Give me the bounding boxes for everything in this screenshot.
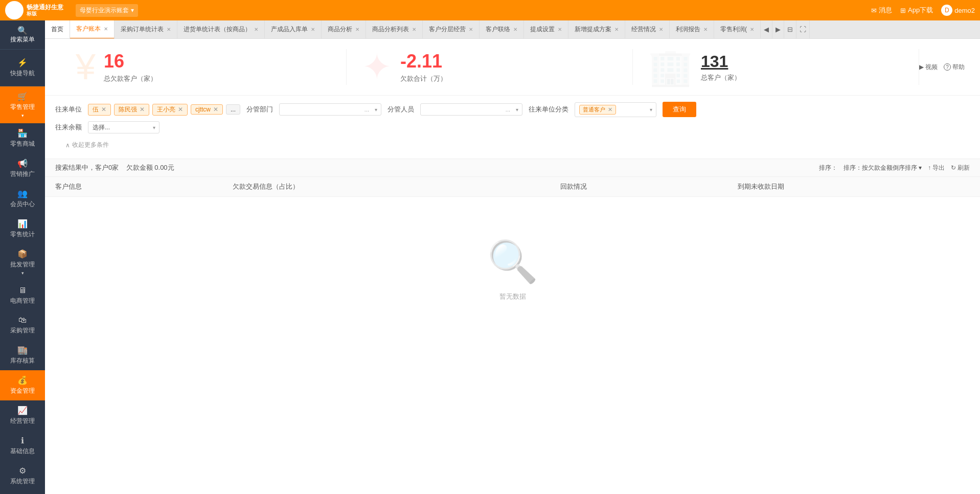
sidebar-item-marketing[interactable]: 📢 营销推广: [0, 153, 45, 184]
sidebar-item-purchase[interactable]: 🛍 采购管理: [0, 310, 45, 340]
app-download-btn[interactable]: ⊞ App下载: [900, 6, 933, 15]
tab-close-retail-profit[interactable]: ✕: [750, 27, 754, 32]
filter-person-wrapper: ...: [420, 103, 522, 116]
tab-bar: 首页 客户账本 ✕ 采购订单统计表 ✕ 进货单统计表（按商品） ✕ 产成品入库单…: [45, 20, 980, 39]
export-btn[interactable]: ↑ 导出: [928, 164, 945, 172]
logo-area: ¥ 畅捷通好生意 标版: [5, 1, 72, 19]
logo-text: 畅捷通好生意 标版: [27, 4, 63, 17]
tab-purchase-order[interactable]: 采购订单统计表 ✕: [115, 20, 177, 39]
filter-unit-class-close[interactable]: ✕: [608, 106, 612, 113]
user-menu[interactable]: D demo2: [941, 5, 975, 16]
tab-close-customer-segment[interactable]: ✕: [469, 27, 473, 32]
filter-tag-more[interactable]: ...: [226, 104, 240, 115]
tab-close-goods-analysis-list[interactable]: ✕: [412, 27, 416, 32]
filter-balance-select[interactable]: 选择...: [88, 121, 159, 133]
tab-scroll-left[interactable]: ◀: [761, 20, 772, 39]
filter-person-label: 分管人员: [388, 105, 414, 114]
tab-stock-stat[interactable]: 进货单统计表（按商品） ✕: [177, 20, 265, 39]
sidebar-item-ecommerce[interactable]: 🖥 电商管理: [0, 281, 45, 310]
page-content: ¥ 16 总欠款客户（家） ✦ -2.11 欠款合计（万）: [45, 39, 980, 494]
stat-block-total: 🏢 131 总客户（家）: [633, 49, 919, 85]
purchase-icon: 🛍: [18, 316, 27, 325]
tab-close-cost-instock[interactable]: ✕: [311, 27, 315, 32]
filter-person-more[interactable]: ...: [506, 106, 510, 113]
tab-close-biz-situation[interactable]: ✕: [659, 27, 663, 32]
collapse-arrow-icon: ∧: [65, 142, 70, 149]
data-table: 客户信息 欠款交易信息（占比） 回款情况 到期未收款日期: [45, 177, 980, 197]
video-icon: ▶: [919, 63, 924, 71]
filter-tag-chen[interactable]: 陈民强 ✕: [114, 104, 149, 116]
filter-tag-chen-close[interactable]: ✕: [140, 106, 145, 113]
finance-icon: 💰: [17, 375, 28, 385]
sort-select[interactable]: 排序：按欠款金额倒序排序 ▾: [844, 164, 922, 172]
stat2-label: 欠款合计（万）: [400, 74, 447, 83]
tab-home[interactable]: 首页: [45, 20, 70, 39]
query-button[interactable]: 查询: [663, 102, 696, 117]
tab-cost-instock[interactable]: 产成品入库单 ✕: [265, 20, 322, 39]
sidebar-item-retail-mgmt[interactable]: 🛒 零售管理 ▾: [0, 86, 45, 123]
top-right-actions: ✉ 消息 ⊞ App下载 D demo2: [871, 5, 975, 16]
tab-goods-analysis-list[interactable]: 商品分析列表 ✕: [366, 20, 423, 39]
tab-retail-profit[interactable]: 零售利润( ✕: [714, 20, 761, 39]
help-btn[interactable]: ? 帮助: [944, 63, 965, 72]
sidebar-item-quicknav[interactable]: ⚡ 快捷导航: [0, 53, 45, 83]
filter-tag-wang-close[interactable]: ✕: [178, 106, 183, 113]
stat3-values: 131 总客户（家）: [701, 52, 741, 82]
tab-biz-situation[interactable]: 经营情况 ✕: [625, 20, 670, 39]
tab-customer-segment[interactable]: 客户分层经营 ✕: [423, 20, 480, 39]
filter-tag-wu[interactable]: 伍 ✕: [88, 104, 111, 116]
tab-scroll-right[interactable]: ▶: [772, 20, 784, 39]
tab-close-stock-stat[interactable]: ✕: [254, 27, 258, 32]
filter-dept-more[interactable]: ...: [364, 106, 369, 113]
tab-profit-report[interactable]: 利润报告 ✕: [670, 20, 714, 39]
collapse-btn[interactable]: ∧ 收起更多条件: [55, 138, 970, 152]
empty-label: 暂无数据: [499, 292, 526, 301]
sidebar-item-retail-mall[interactable]: 🏪 零售商城: [0, 123, 45, 153]
sidebar-quick-nav: ⚡ 快捷导航: [0, 50, 45, 86]
search-icon: 🔍: [4, 26, 41, 35]
sidebar-item-basic-info[interactable]: ℹ 基础信息: [0, 431, 45, 461]
tab-close-new-raise-plan[interactable]: ✕: [614, 27, 619, 32]
tab-goods-analysis[interactable]: 商品分析 ✕: [322, 20, 366, 39]
sidebar-item-enterprise[interactable]: 🤝 企业协同: [0, 491, 45, 494]
filter-unit-class-select[interactable]: 普通客户 ✕: [575, 102, 656, 117]
quicknav-icon: ⚡: [17, 58, 28, 68]
sidebar-item-batch-mgmt[interactable]: 📦 批发管理 ▾: [0, 244, 45, 281]
filter-tag-cj[interactable]: cjttcw ✕: [191, 104, 223, 115]
filter-tag-wu-close[interactable]: ✕: [101, 106, 106, 113]
basic-info-icon: ℹ: [21, 436, 24, 445]
tab-close-raise-settings[interactable]: ✕: [558, 27, 562, 32]
account-selector[interactable]: 母婴行业演示账套 ▾: [76, 4, 138, 17]
tab-raise-settings[interactable]: 提成设置 ✕: [524, 20, 568, 39]
refresh-btn[interactable]: ↻ 刷新: [951, 164, 970, 172]
video-btn[interactable]: ▶ 视频: [919, 63, 938, 72]
message-btn[interactable]: ✉ 消息: [871, 6, 892, 15]
tab-close-purchase-order[interactable]: ✕: [167, 27, 171, 32]
tab-customer-contact[interactable]: 客户联络 ✕: [480, 20, 524, 39]
tab-close-profit-report[interactable]: ✕: [703, 27, 708, 32]
tab-close-customer-contact[interactable]: ✕: [513, 27, 517, 32]
filter-tag-wang[interactable]: 王小亮 ✕: [152, 104, 188, 116]
col-debt-info: 欠款交易信息（占比）: [222, 177, 550, 197]
tab-close-goods-analysis[interactable]: ✕: [355, 27, 359, 32]
filter-tag-cj-close[interactable]: ✕: [213, 106, 218, 113]
filter-row-balance: 往来余额 选择...: [55, 121, 970, 133]
tab-more-menu[interactable]: ⊟: [784, 20, 796, 39]
sidebar-item-operation[interactable]: 📈 经营管理: [0, 400, 45, 431]
tab-maximize[interactable]: ⛶: [796, 20, 810, 39]
sidebar-search[interactable]: 🔍 搜索菜单: [0, 20, 45, 50]
sidebar-item-retail-stats[interactable]: 📊 零售统计: [0, 214, 45, 244]
tab-close-customer-book[interactable]: ✕: [104, 26, 108, 32]
sidebar-item-stock-check[interactable]: 🏬 库存核算: [0, 340, 45, 370]
system-icon: ⚙: [19, 466, 26, 476]
sidebar-item-system[interactable]: ⚙ 系统管理: [0, 461, 45, 491]
help-icon: ?: [944, 63, 951, 71]
stat-help-actions: ▶ 视频 ? 帮助: [919, 63, 965, 72]
tab-new-raise-plan[interactable]: 新增提成方案 ✕: [568, 20, 625, 39]
filter-balance-wrapper: 选择...: [88, 121, 159, 133]
filter-unit-class-label: 往来单位分类: [529, 105, 568, 114]
sidebar-item-finance[interactable]: 💰 资金管理: [0, 370, 45, 400]
sidebar-item-member[interactable]: 👥 会员中心: [0, 184, 45, 214]
filter-unit-tags: 伍 ✕ 陈民强 ✕ 王小亮 ✕: [88, 104, 240, 116]
tab-customer-book[interactable]: 客户账本 ✕: [70, 20, 115, 39]
